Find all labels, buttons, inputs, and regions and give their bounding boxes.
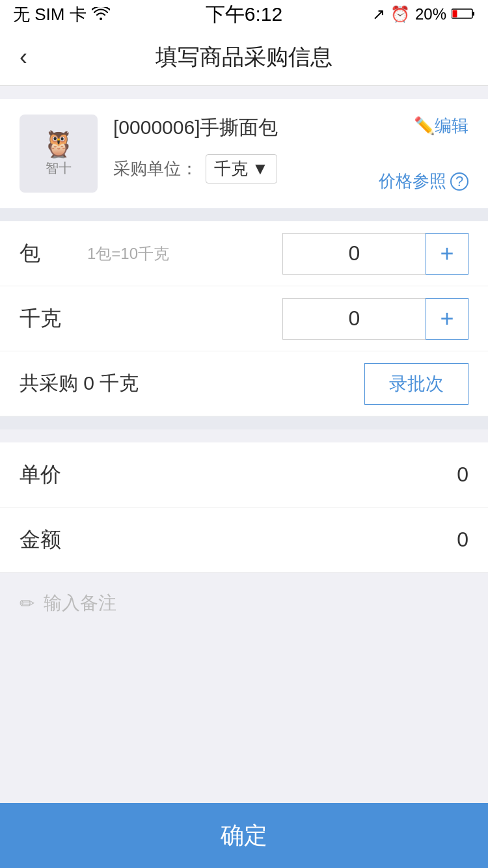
bag-quantity-input[interactable] — [282, 233, 426, 275]
kg-quantity-input[interactable] — [282, 298, 426, 340]
unit-price-row: 单价 0 — [0, 442, 488, 508]
amount-label: 金额 — [20, 526, 61, 554]
bag-plus-button[interactable]: + — [426, 233, 468, 275]
notes-placeholder-text[interactable]: 输入备注 — [44, 591, 116, 616]
price-section: 单价 0 金额 0 — [0, 442, 488, 573]
divider-2 — [0, 416, 488, 429]
location-icon: ↗ — [372, 5, 385, 23]
amount-row: 金额 0 — [0, 508, 488, 573]
svg-rect-1 — [472, 12, 474, 16]
bag-label: 包 — [20, 239, 72, 268]
notes-section: ✏ 输入备注 — [0, 573, 488, 634]
confirm-button[interactable]: 确定 — [0, 803, 488, 868]
quantity-section: 包 1包=10千克 + 千克 + — [0, 221, 488, 351]
price-ref-icon: ? — [450, 172, 468, 191]
kg-plus-button[interactable]: + — [426, 298, 468, 340]
status-time: 下午6:12 — [206, 1, 282, 28]
amount-value: 0 — [457, 528, 468, 552]
battery-percent: 20% — [415, 5, 446, 23]
product-card: 🦉 智十 [0000006]手撕面包 采购单位： 千克 ▼ ✏️编辑 价格参照 … — [0, 99, 488, 208]
notes-pencil-icon: ✏ — [20, 593, 34, 614]
bag-sublabel: 1包=10千克 — [87, 243, 169, 264]
price-ref-button[interactable]: 价格参照 ? — [379, 170, 468, 193]
product-thumbnail: 🦉 智十 — [20, 115, 98, 193]
unit-select[interactable]: 千克 ▼ — [206, 154, 277, 183]
status-left: 无 SIM 卡 — [13, 3, 110, 26]
alarm-icon: ⏰ — [390, 5, 410, 23]
back-button[interactable]: ‹ — [20, 44, 27, 71]
total-row: 共采购 0 千克 录批次 — [0, 351, 488, 416]
kg-input-right: + — [282, 298, 468, 340]
divider-1 — [0, 208, 488, 221]
unit-price-value: 0 — [457, 463, 468, 487]
wifi-icon — [92, 5, 110, 25]
unit-value: 千克 — [214, 157, 248, 180]
status-bar: 无 SIM 卡 下午6:12 ↗ ⏰ 20% — [0, 0, 488, 29]
status-right: ↗ ⏰ 20% — [372, 5, 475, 23]
kg-label: 千克 — [20, 305, 72, 333]
carrier-text: 无 SIM 卡 — [13, 3, 87, 26]
price-ref-label: 价格参照 — [379, 170, 446, 193]
unit-label: 采购单位： — [113, 157, 198, 180]
kg-input-row: 千克 + — [0, 286, 488, 351]
unit-price-label: 单价 — [20, 461, 61, 489]
svg-rect-2 — [453, 10, 457, 18]
product-thumb-label: 智十 — [46, 159, 72, 177]
unit-dropdown-icon: ▼ — [252, 159, 269, 179]
product-owl-icon: 🦉 — [42, 131, 75, 157]
bag-input-right: + — [282, 233, 468, 275]
nav-bar: ‹ 填写商品采购信息 — [0, 29, 488, 86]
total-label: 共采购 0 千克 — [20, 370, 139, 397]
page-title: 填写商品采购信息 — [156, 42, 332, 72]
battery-icon — [452, 5, 475, 23]
content-fill — [0, 634, 488, 829]
edit-button[interactable]: ✏️编辑 — [414, 115, 468, 137]
bag-input-row: 包 1包=10千克 + — [0, 221, 488, 286]
batch-button[interactable]: 录批次 — [364, 363, 468, 405]
